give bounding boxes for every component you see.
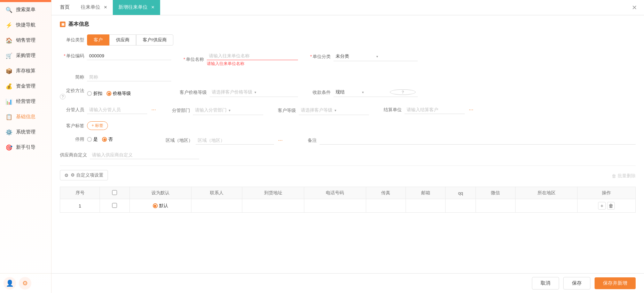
settlement-unit-more-btn[interactable]: ··· xyxy=(468,107,475,113)
add-tag-btn[interactable]: + 标签 xyxy=(87,121,108,130)
main-content: ▣ 基本信息 单位类型 客户 供应商 客户/供应商 *单位编码 *单位名称 xyxy=(52,15,644,273)
col-address: 到货地址 xyxy=(242,187,304,199)
department-select[interactable]: 请输入分管部门 ▾ xyxy=(193,106,263,115)
col-qq: qq xyxy=(446,187,476,199)
sidebar-item-label: 采购管理 xyxy=(16,52,36,59)
disabled-label: 停用 xyxy=(60,136,84,143)
settlement-unit-input[interactable] xyxy=(405,106,465,114)
supplier-custom-input[interactable] xyxy=(90,151,199,159)
sidebar-settings-btn[interactable]: ⚙ xyxy=(19,277,31,290)
row-address xyxy=(242,199,304,213)
section-basic-info: ▣ 基本信息 xyxy=(60,21,636,27)
sidebar-item-guide[interactable]: 🎯 新手引导 xyxy=(0,140,51,155)
row-default-dot xyxy=(154,205,156,207)
contact-table-scroll: 序号 设为默认 联系人 到货地址 电话号码 传真 邮箱 qq 微信 所在地区 操… xyxy=(60,187,636,213)
custom-settings-btn[interactable]: ⚙ ⚙ 自定义项设置 xyxy=(60,170,108,180)
disabled-radio-group: 是 否 xyxy=(87,136,113,143)
row-index: 1 xyxy=(60,199,100,213)
disabled-yes-radio[interactable]: 是 xyxy=(87,136,98,143)
manager-input[interactable] xyxy=(87,106,147,114)
save-and-new-button[interactable]: 保存并新增 xyxy=(595,277,636,289)
row-default-circle xyxy=(153,203,158,208)
tab-new-unit-close[interactable]: ✕ xyxy=(151,5,155,10)
sidebar-item-label: 基础信息 xyxy=(16,114,36,120)
sidebar-item-basic[interactable]: 📋 基础信息 xyxy=(0,109,51,124)
sidebar-item-quick-nav[interactable]: ⚡ 快捷导航 xyxy=(0,17,51,33)
customer-tags-label: 客户标签 xyxy=(60,123,84,129)
sidebar-item-label: 库存核算 xyxy=(16,68,36,74)
main-area: 首页 往来单位 ✕ 新增往来单位 ✕ ✕ ▣ 基本信息 单位类型 客户 供应商 … xyxy=(52,0,644,293)
region-more-btn[interactable]: ··· xyxy=(277,137,284,144)
row-add-btn[interactable]: + xyxy=(598,202,606,210)
tab-new-unit[interactable]: 新增往来单位 ✕ xyxy=(113,0,160,15)
cancel-button[interactable]: 取消 xyxy=(532,277,559,290)
select-all-checkbox[interactable] xyxy=(112,190,117,195)
row-delete-btn[interactable]: 🗑 xyxy=(607,202,615,210)
tab-new-unit-label: 新增往来单位 xyxy=(118,4,148,10)
sidebar-item-search[interactable]: 🔍 搜索菜单 xyxy=(0,2,51,17)
unit-category-select[interactable]: 未分类 ▾ xyxy=(333,52,418,61)
sidebar-item-operations[interactable]: 📊 经营管理 xyxy=(0,94,51,109)
row-default-radio-group: 默认 xyxy=(133,203,188,209)
tab-units-close[interactable]: ✕ xyxy=(104,5,107,10)
row-default-cell: 默认 xyxy=(129,199,191,213)
inventory-icon: 📦 xyxy=(6,67,13,74)
disabled-no-label: 否 xyxy=(108,136,113,143)
customer-price-level-field: 客户价格等级 请选择客户价格等级 ▾ xyxy=(180,88,298,97)
payment-terms-label: 收款条件 xyxy=(306,89,331,96)
alias-row: 简称 xyxy=(60,73,636,81)
col-action: 操作 xyxy=(577,187,635,199)
sidebar-item-label: 销售管理 xyxy=(16,37,36,43)
row-phone xyxy=(304,199,366,213)
pricing-level-label: 价格等级 xyxy=(113,90,131,97)
manager-more-btn[interactable]: ··· xyxy=(150,107,157,113)
sidebar-item-label: 新手引导 xyxy=(16,144,36,150)
alias-input[interactable] xyxy=(87,73,171,81)
unit-type-field: 单位类型 客户 供应商 客户/供应商 xyxy=(60,34,636,46)
disabled-field: 停用 是 否 xyxy=(60,136,157,143)
sidebar-item-label: 系统管理 xyxy=(16,129,36,135)
quick-nav-icon: ⚡ xyxy=(6,22,13,29)
pricing-discount-radio[interactable]: 折扣 xyxy=(87,90,102,97)
sidebar-item-purchase[interactable]: 🛒 采购管理 xyxy=(0,48,51,63)
col-default: 设为默认 xyxy=(129,187,191,199)
disabled-no-radio[interactable]: 否 xyxy=(102,136,113,143)
save-button[interactable]: 保存 xyxy=(563,277,590,290)
remark-field: 备注 xyxy=(292,136,636,145)
department-caret: ▾ xyxy=(229,108,261,112)
remark-input[interactable] xyxy=(320,136,636,145)
unit-name-field: *单位名称 请输入往来单位名称 xyxy=(180,52,298,67)
unit-type-both-btn[interactable]: 客户/供应商 xyxy=(136,34,173,46)
region-input[interactable] xyxy=(196,136,274,145)
tab-units[interactable]: 往来单位 ✕ xyxy=(75,0,113,15)
global-close-btn[interactable]: ✕ xyxy=(628,4,641,11)
pricing-level-circle xyxy=(107,91,111,96)
unit-code-input[interactable] xyxy=(87,52,171,60)
department-label: 分管部门 xyxy=(166,107,190,114)
supplier-custom-label: 供应商自定义 xyxy=(60,152,87,158)
payment-terms-help-icon[interactable]: ? xyxy=(390,89,416,95)
unit-type-supplier-btn[interactable]: 供应商 xyxy=(109,34,136,46)
payment-terms-select[interactable]: 现结 ▾ ? xyxy=(333,88,418,97)
pricing-help-icon[interactable]: ? xyxy=(60,94,65,99)
unit-type-customer-btn[interactable]: 客户 xyxy=(87,34,109,46)
sidebar-item-finance[interactable]: 💰 资金管理 xyxy=(0,79,51,94)
disabled-region-row: 停用 是 否 区域（地区） ··· xyxy=(60,136,636,145)
row-default-radio[interactable]: 默认 xyxy=(153,203,168,209)
unit-name-input[interactable] xyxy=(207,52,298,60)
sidebar-item-inventory[interactable]: 📦 库存核算 xyxy=(0,63,51,79)
tab-home[interactable]: 首页 xyxy=(54,0,75,15)
row-location xyxy=(516,199,578,213)
customer-level-select[interactable]: 请选择客户等级 ▾ xyxy=(299,106,369,115)
batch-delete-area: 🗑 批量删除 xyxy=(612,173,636,179)
customer-price-level-select[interactable]: 请选择客户价格等级 ▾ xyxy=(210,88,298,97)
sidebar-item-sales[interactable]: 🏠 销售管理 xyxy=(0,33,51,48)
pricing-level-radio[interactable]: 价格等级 xyxy=(107,90,131,97)
disabled-no-dot xyxy=(103,138,106,141)
settlement-unit-label: 结算单位 xyxy=(377,107,402,113)
sidebar-avatar-btn[interactable]: 👤 xyxy=(3,277,16,290)
section-icon: ▣ xyxy=(60,22,65,27)
department-field: 分管部门 请输入分管部门 ▾ xyxy=(166,106,263,115)
sidebar-item-system[interactable]: ⚙️ 系统管理 xyxy=(0,124,51,140)
row-checkbox[interactable] xyxy=(112,203,117,208)
